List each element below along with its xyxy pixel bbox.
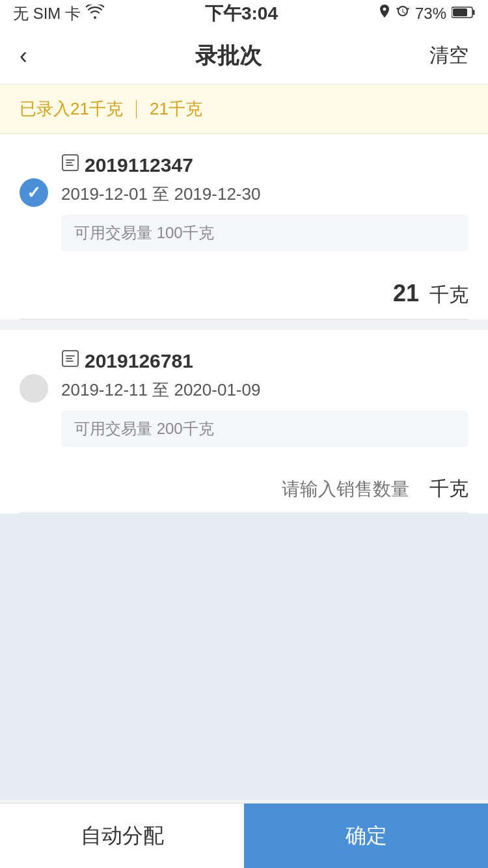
- wifi-icon: [86, 5, 104, 23]
- batch-date-1: 2019-12-01 至 2019-12-30: [61, 183, 468, 206]
- batch-item-2: 2019126781 2019-12-11 至 2020-01-09 可用交易量…: [20, 349, 468, 447]
- confirm-label: 确定: [346, 822, 387, 850]
- batch-id-row-2: 2019126781: [61, 349, 468, 372]
- amount-row-1: 21 千克: [0, 267, 488, 319]
- battery-icon: [452, 5, 475, 23]
- no-sim-text: 无 SIM 卡: [13, 3, 81, 24]
- amount-unit-2: 千克: [429, 476, 468, 502]
- empty-area: [0, 513, 488, 800]
- page-title: 录批次: [195, 41, 262, 71]
- banner-divider: [136, 100, 137, 118]
- back-button[interactable]: ‹: [20, 42, 27, 70]
- amount-unit-1: 千克: [429, 282, 468, 308]
- batch-card-1: ✓ 2019112347 2019-12-01 至 2019-12-30 可用交…: [0, 134, 488, 319]
- batch-doc-icon-1: [61, 154, 79, 176]
- section-separator: [0, 319, 488, 330]
- status-bar: 无 SIM 卡 下午3:04 73%: [0, 0, 488, 27]
- amount-row-2[interactable]: 千克: [0, 463, 488, 513]
- location-icon: [379, 5, 390, 23]
- batch-avail-2: 可用交易量 200千克: [61, 411, 468, 447]
- status-time: 下午3:04: [205, 1, 278, 26]
- batch-card-inner-1: ✓ 2019112347 2019-12-01 至 2019-12-30 可用交…: [0, 134, 488, 267]
- svg-rect-1: [472, 10, 474, 15]
- bottom-bar: 自动分配 确定: [0, 803, 488, 868]
- banner-amount: 21千克: [150, 98, 202, 120]
- batch-id-2: 2019126781: [85, 350, 193, 372]
- batch-date-2: 2019-12-11 至 2020-01-09: [61, 379, 468, 401]
- batch-avail-1: 可用交易量 100千克: [61, 215, 468, 251]
- checkmark-1: ✓: [27, 183, 41, 203]
- status-left: 无 SIM 卡: [13, 3, 104, 24]
- batch-checkbox-2[interactable]: [20, 374, 48, 403]
- recorded-label: 已录入21千克: [20, 98, 123, 120]
- alarm-icon: [396, 5, 410, 23]
- confirm-button[interactable]: 确定: [244, 804, 488, 868]
- status-right: 73%: [379, 5, 475, 23]
- battery-percentage: 73%: [415, 5, 446, 23]
- amount-value-1: 21: [393, 280, 419, 307]
- batch-item-1: ✓ 2019112347 2019-12-01 至 2019-12-30 可用交…: [20, 154, 468, 251]
- svg-rect-2: [453, 8, 467, 16]
- batch-checkbox-1[interactable]: ✓: [20, 178, 48, 207]
- quantity-input-2[interactable]: [20, 479, 419, 500]
- batch-doc-icon-2: [61, 349, 79, 372]
- batch-id-1: 2019112347: [85, 154, 193, 176]
- clear-button[interactable]: 清空: [429, 42, 468, 69]
- nav-bar: ‹ 录批次 清空: [0, 27, 488, 85]
- batch-card-2: 2019126781 2019-12-11 至 2020-01-09 可用交易量…: [0, 330, 488, 513]
- auto-distribute-label: 自动分配: [81, 822, 164, 850]
- batch-info-2: 2019126781 2019-12-11 至 2020-01-09 可用交易量…: [61, 349, 468, 447]
- batch-info-1: 2019112347 2019-12-01 至 2019-12-30 可用交易量…: [61, 154, 468, 251]
- batch-id-row-1: 2019112347: [61, 154, 468, 176]
- auto-distribute-button[interactable]: 自动分配: [0, 804, 244, 868]
- info-banner: 已录入21千克 21千克: [0, 85, 488, 134]
- batch-card-inner-2: 2019126781 2019-12-11 至 2020-01-09 可用交易量…: [0, 330, 488, 463]
